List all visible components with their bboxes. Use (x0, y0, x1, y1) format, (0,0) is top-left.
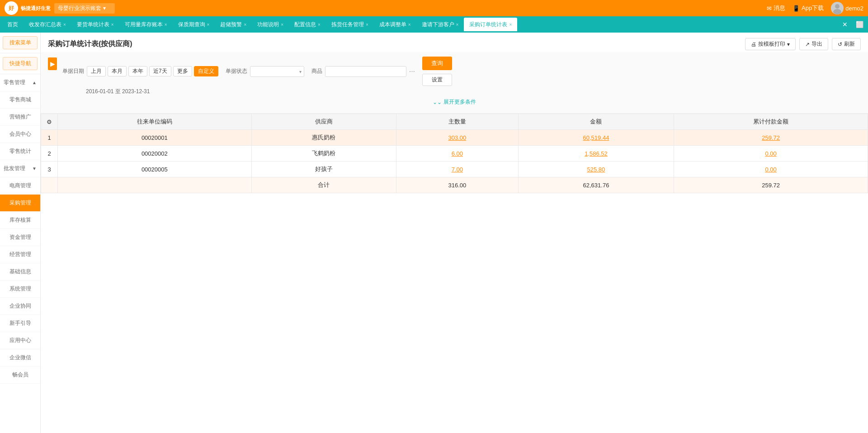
sidebar-item-purchase[interactable]: 采购管理 (0, 195, 40, 212)
workspace-selector[interactable]: 母婴行业演示账套 ▾ (54, 3, 115, 14)
print-btn[interactable]: 🖨 按模板打印 ▾ (745, 38, 796, 50)
close-shoufacun-icon[interactable]: × (63, 22, 66, 27)
expand-chevron-icon: ⌄⌄ (433, 99, 442, 105)
sidebar-item-member[interactable]: 会员中心 (0, 126, 40, 143)
date-filter-group: 单据日期 上月 本月 本年 近7天 更多 自定义 (62, 66, 218, 76)
sidebar-item-retail-stats[interactable]: 零售统计 (0, 143, 40, 160)
sidebar-item-operations[interactable]: 经营管理 (0, 246, 40, 263)
shortcut-this-month[interactable]: 本月 (108, 66, 127, 76)
sidebar-item-wholesale[interactable]: 批发管理 ▼ (0, 160, 40, 177)
amount-link[interactable]: 525.80 (587, 166, 605, 173)
row-code: 00020002 (58, 146, 252, 162)
message-btn[interactable]: ✉ 消息 (767, 4, 785, 12)
amount-link[interactable]: 60,519.44 (583, 134, 609, 141)
svg-point-1 (833, 9, 841, 14)
shortcut-last-month[interactable]: 上月 (87, 66, 106, 76)
user-area[interactable]: demo2 (831, 2, 863, 14)
status-select[interactable] (250, 66, 304, 77)
sidebar-item-inventory[interactable]: 库存核算 (0, 212, 40, 229)
tab-shoufacun[interactable]: 收发存汇总表 × (24, 18, 71, 31)
user-name: demo2 (845, 5, 863, 12)
sidebar-item-label: 基础信息 (9, 268, 31, 276)
collapse-filter-btn[interactable]: ▶ (48, 57, 57, 70)
paid-link[interactable]: 0.00 (765, 166, 777, 173)
expand-arrow-icon: ▼ (32, 166, 37, 171)
tab-gongneng-label: 功能说明 (257, 21, 279, 29)
sidebar-item-marketing[interactable]: 营销推广 (0, 109, 40, 126)
quantity-link[interactable]: 7.00 (452, 166, 463, 173)
sidebar-item-ecommerce[interactable]: 电商管理 (0, 177, 40, 195)
sidebar-item-member-pro[interactable]: 畅会员 (0, 366, 40, 384)
sidebar-item-wechat[interactable]: 企业微信 (0, 349, 40, 366)
close-keyongliang-icon[interactable]: × (165, 22, 167, 27)
close-yaoqing-icon[interactable]: × (456, 22, 459, 27)
export-btn[interactable]: ↗ 导出 (799, 38, 828, 50)
status-label: 单据状态 (226, 67, 247, 75)
svg-point-0 (835, 4, 840, 9)
sidebar-item-retail-mgmt[interactable]: 零售管理 ▲ (0, 74, 40, 91)
expand-more-btn[interactable]: ⌄⌄ 展开更多条件 (433, 98, 476, 106)
close-yaohuo-icon[interactable]: × (111, 22, 114, 27)
shortcut-custom[interactable]: 自定义 (194, 66, 218, 76)
sidebar-item-finance[interactable]: 资金管理 (0, 229, 40, 246)
tab-yaoqing-label: 邀请下游客户 (422, 21, 454, 29)
paid-link[interactable]: 259.72 (762, 134, 780, 141)
sidebar-item-retail-mall[interactable]: 零售商城 (0, 91, 40, 109)
close-chaochu-icon[interactable]: × (244, 22, 246, 27)
shortcut-more[interactable]: 更多 (173, 66, 192, 76)
close-peizhi-icon[interactable]: × (318, 22, 321, 27)
close-caigou-icon[interactable]: × (509, 22, 512, 27)
settings-btn[interactable]: 设置 (422, 74, 452, 86)
quantity-link[interactable]: 6.00 (452, 150, 463, 157)
tab-yaohuo[interactable]: 要货单统计表 × (71, 18, 119, 31)
query-btn[interactable]: 查询 (422, 57, 452, 70)
status-select-wrapper (250, 66, 304, 77)
settings-gear-icon[interactable]: ⚙ (47, 119, 52, 125)
sidebar-item-app-center[interactable]: 应用中心 (0, 332, 40, 349)
workspace-label: 母婴行业演示账套 (58, 5, 101, 12)
sidebar-item-label: 会员中心 (9, 130, 31, 138)
top-bar: 好 畅捷通好生意 母婴行业演示账套 ▾ ✉ 消息 📱 App下载 demo2 (0, 0, 868, 16)
paid-link[interactable]: 0.00 (765, 150, 777, 157)
quantity-link[interactable]: 303.00 (448, 134, 466, 141)
tab-peizhi[interactable]: 配置信息 × (289, 18, 326, 31)
header-actions: 🖨 按模板打印 ▾ ↗ 导出 ↺ 刷新 (745, 38, 861, 50)
footer-quantity: 316.00 (396, 177, 519, 193)
sidebar-nav-area: 快捷导航 (0, 53, 40, 74)
close-baozhi-icon[interactable]: × (207, 22, 210, 27)
amount-link[interactable]: 1,586.52 (585, 150, 608, 157)
shortcut-7days[interactable]: 近7天 (149, 66, 171, 76)
more-options-icon[interactable]: ··· (409, 67, 415, 76)
sidebar-item-basic-info[interactable]: 基础信息 (0, 263, 40, 281)
sidebar-item-system[interactable]: 系统管理 (0, 281, 40, 298)
close-chengben-icon[interactable]: × (408, 22, 411, 27)
avatar (831, 2, 844, 14)
tab-chaochu[interactable]: 超储预警 × (215, 18, 252, 31)
maximize-btn[interactable]: ⬜ (853, 20, 866, 29)
sidebar-item-label: 采购管理 (9, 199, 31, 207)
sidebar-item-label: 应用中心 (9, 337, 31, 344)
close-gongneng-icon[interactable]: × (281, 22, 283, 27)
sidebar-item-newbie[interactable]: 新手引导 (0, 315, 40, 332)
footer-label (58, 177, 252, 193)
close-all-tabs-btn[interactable]: ✕ (840, 20, 850, 29)
page-header: 采购订单统计表(按供应商) 🖨 按模板打印 ▾ ↗ 导出 ↺ 刷新 (41, 33, 868, 52)
tab-caigou[interactable]: 采购订单统计表 × (464, 18, 517, 31)
tab-chengben[interactable]: 成本调整单 × (374, 18, 416, 31)
sidebar-item-enterprise[interactable]: 企业协同 (0, 298, 40, 315)
tab-home[interactable]: 首页 (2, 18, 24, 31)
app-download-btn[interactable]: 📱 App下载 (793, 4, 824, 12)
shortcut-this-year[interactable]: 本年 (128, 66, 147, 76)
tab-gongneng[interactable]: 功能说明 × (252, 18, 289, 31)
refresh-btn[interactable]: ↺ 刷新 (832, 38, 861, 50)
tab-keyongliang[interactable]: 可用量库存账本 × (119, 18, 173, 31)
logo-icon: 好 (5, 1, 18, 15)
search-menu-btn[interactable]: 搜索菜单 (3, 36, 38, 49)
close-jianhuo-icon[interactable]: × (366, 22, 368, 27)
row-supplier: 惠氏奶粉 (251, 130, 396, 146)
quick-nav-btn[interactable]: 快捷导航 (3, 57, 38, 70)
tab-jianhuo[interactable]: 拣货任务管理 × (326, 18, 374, 31)
tab-yaoqing[interactable]: 邀请下游客户 × (416, 18, 464, 31)
tab-baozhi[interactable]: 保质期查询 × (173, 18, 215, 31)
goods-input[interactable] (325, 66, 406, 77)
